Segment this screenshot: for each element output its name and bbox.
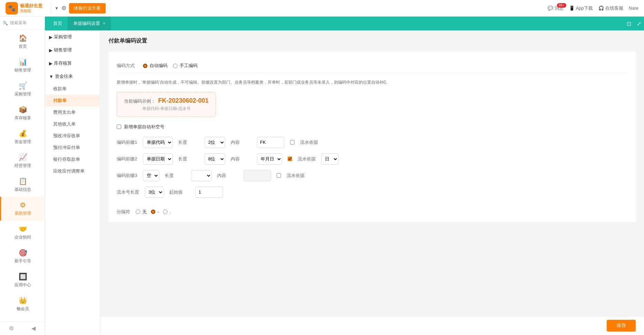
settings-icon[interactable]: ⚙ — [61, 5, 66, 11]
separator-label: 分隔符 — [117, 209, 130, 215]
sep-dot-input[interactable] — [163, 210, 167, 214]
sub-group-capital-title[interactable]: ▼ 资金往来 — [45, 70, 100, 83]
flow1-checkbox[interactable] — [290, 140, 295, 145]
encode-method-row: 编码方式 自动编码 手工编码 — [117, 58, 627, 73]
start-value-input[interactable] — [195, 187, 223, 198]
sidebar-item-home[interactable]: 🏠 首页 — [0, 30, 45, 54]
sep-none-radio[interactable]: 无 — [136, 209, 147, 215]
auto-fill-checkbox[interactable] — [117, 124, 121, 129]
prefix2-label: 编码前缀2 — [117, 156, 137, 162]
sidebar-item-enterprise[interactable]: 🤝 企业协同 — [0, 221, 45, 244]
sidebar-item-sales[interactable]: 📊 销售管理 — [0, 54, 45, 77]
logo-icon: 🐾 — [6, 2, 18, 15]
sidebar-item-member[interactable]: 👑 畅会员 — [0, 292, 45, 316]
tabbar: 首页 单据编码设置 × ⊡ ⤢ — [45, 17, 644, 30]
chevron-right-icon: ▶ — [49, 35, 52, 40]
auto-fill-label: 新增单据自动补空号 — [124, 124, 164, 130]
encode-radio-group: 自动编码 手工编码 — [143, 63, 198, 69]
sidebar-item-operation[interactable]: 📈 经营管理 — [0, 149, 45, 173]
serial-length-label: 流水号长度 — [117, 189, 139, 195]
serial-length-select[interactable]: 3位 — [145, 187, 164, 198]
sub-group-capital-children: 收款单 付款单 费用支出单 其他收入单 预收冲应收单 预付冲应付单 银行存取款单… — [45, 83, 100, 177]
sep-none-input[interactable] — [136, 210, 140, 214]
sidebar-item-appstore[interactable]: 🔲 应用中心 — [0, 268, 45, 292]
sidebar-item-finance[interactable]: 💰 资金管理 — [0, 125, 45, 149]
sidebar-bottom: ⚙ ◀ — [0, 321, 45, 335]
sub-item-bank-deposit[interactable]: 银行存取款单 — [45, 153, 100, 165]
service-icon: 🎧 — [598, 6, 604, 11]
experience-button[interactable]: 体验行业方案 — [69, 3, 106, 13]
example-label: 当前编码示例： — [124, 98, 155, 104]
logo-text: 畅通好生意 旗舰版 — [20, 3, 42, 13]
tab-home[interactable]: 首页 — [48, 17, 68, 30]
length2-label: 长度 — [178, 156, 199, 162]
tab-maximize-icon[interactable]: ⤢ — [637, 20, 641, 27]
online-service-button[interactable]: 🎧 在线客服 — [598, 5, 623, 11]
sidebar-settings-icon[interactable]: ⚙ — [9, 325, 14, 332]
sub-group-purchase-title[interactable]: ▶ 采购管理 — [45, 30, 100, 44]
page-title: 付款单编码设置 — [108, 37, 636, 45]
chevron-right-icon2: ▶ — [49, 48, 52, 53]
prefix2-select[interactable]: 单据日期 — [143, 153, 173, 165]
form-row-prefix2: 编码前缀2 单据日期 长度 8位 内容 年月日 — [117, 153, 627, 165]
length1-select[interactable]: 2位 — [204, 137, 225, 148]
prefix3-select[interactable]: 空 — [143, 170, 159, 181]
nav-dropdown-arrow[interactable]: ▼ — [55, 6, 59, 11]
sidebar-item-purchase[interactable]: 🛒 采购管理 — [0, 77, 45, 101]
content2-select[interactable]: 年月日 — [257, 153, 282, 165]
app-icon: 📱 — [569, 6, 575, 11]
auto-fill-row: 新增单据自动补空号 — [117, 124, 627, 130]
sub-item-ap-adjust[interactable]: 应收应付调整单 — [45, 165, 100, 177]
encode-manual-input[interactable] — [173, 64, 177, 68]
tab-close-icon[interactable]: × — [103, 21, 105, 26]
flow2-checkbox[interactable] — [288, 157, 292, 161]
sub-item-prepay-pay[interactable]: 预付冲应付单 — [45, 142, 100, 153]
length2-select[interactable]: 8位 — [204, 153, 225, 165]
content1-input[interactable] — [257, 137, 285, 148]
sub-item-expense[interactable]: 费用支出单 — [45, 106, 100, 118]
flow2-period-select[interactable]: 日 — [321, 153, 338, 165]
form-row-prefix3: 编码前缀3 空 长度 内容 — [117, 170, 627, 181]
tab-encode-settings[interactable]: 单据编码设置 × — [68, 17, 111, 30]
sidebar-item-system[interactable]: ⚙ 系统管理 — [0, 197, 45, 221]
bottom-bar: 保存 — [100, 316, 644, 335]
topbar-left: 🐾 畅通好生意 旗舰版 ▼ ⚙ 体验行业方案 — [6, 2, 106, 15]
search-icon: 🔍 — [3, 21, 8, 26]
sidebar-search[interactable]: 🔍 搜索菜单 — [0, 17, 45, 30]
encode-manual-radio[interactable]: 手工编码 — [173, 63, 198, 69]
message-button[interactable]: 💬 消息 99+ — [548, 5, 564, 11]
app-download-button[interactable]: 📱 App下载 — [569, 5, 593, 11]
sub-item-payment[interactable]: 付款单 — [45, 95, 100, 106]
form-rows: 编码前缀1 单据代码 长度 2位 内容 — [117, 137, 627, 215]
sidebar-item-inventory[interactable]: 📦 库存核算 — [0, 101, 45, 125]
sub-group-sales-title[interactable]: ▶ 销售管理 — [45, 44, 100, 57]
sub-item-other-income[interactable]: 其他收入单 — [45, 118, 100, 130]
tab-expand-icon[interactable]: ⊡ — [627, 20, 631, 27]
sidebar-item-guide[interactable]: 🎯 新手引导 — [0, 244, 45, 268]
encode-auto-input[interactable] — [143, 64, 147, 68]
chevron-down-icon: ▼ — [49, 74, 54, 79]
form-row-serial: 流水号长度 3位 起始值 — [117, 187, 627, 198]
sub-group-inventory-title[interactable]: ▶ 库存核算 — [45, 57, 100, 70]
sidebar-collapse-icon[interactable]: ◀ — [31, 325, 36, 332]
user-name[interactable]: Nare — [629, 6, 638, 11]
flow3-checkbox[interactable] — [277, 173, 281, 178]
encode-auto-radio[interactable]: 自动编码 — [143, 63, 167, 69]
operation-icon: 📈 — [19, 153, 27, 161]
sep-dot-radio[interactable]: . — [163, 209, 171, 214]
length3-label: 长度 — [165, 173, 185, 179]
prefix1-select[interactable]: 单据代码 — [143, 137, 173, 148]
sep-dash-radio[interactable]: - — [151, 209, 159, 214]
sub-item-prepay-receive[interactable]: 预收冲应收单 — [45, 130, 100, 142]
flow2-label: 流水依据 — [298, 156, 316, 162]
sidebar-item-base[interactable]: 📋 基础信息 — [0, 173, 45, 197]
content-wrapper: ▶ 采购管理 ▶ 销售管理 ▶ 库存核算 — [45, 30, 644, 335]
content3-input[interactable] — [243, 170, 271, 181]
topbar: 🐾 畅通好生意 旗舰版 ▼ ⚙ 体验行业方案 💬 消息 99+ 📱 App下载 … — [0, 0, 644, 17]
guide-icon: 🎯 — [19, 249, 27, 257]
length3-select[interactable] — [191, 170, 212, 181]
sub-sidebar: ▶ 采购管理 ▶ 销售管理 ▶ 库存核算 — [45, 30, 100, 335]
save-button[interactable]: 保存 — [607, 320, 636, 332]
sep-dash-input[interactable] — [151, 210, 155, 214]
sub-item-receipt[interactable]: 收款单 — [45, 83, 100, 95]
